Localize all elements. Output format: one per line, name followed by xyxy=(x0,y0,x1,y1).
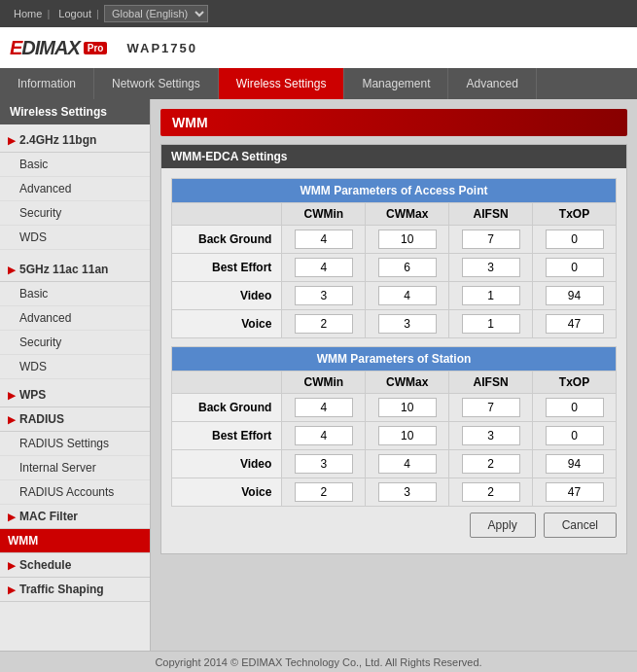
st-vo-aifsn-input[interactable] xyxy=(462,482,520,502)
col-aifsn-st: AIFSN xyxy=(449,371,533,394)
ap-vo-txop xyxy=(533,310,617,338)
ap-bg-aifsn-input[interactable] xyxy=(462,230,520,249)
arrow-icon: ▶ xyxy=(8,560,16,571)
st-vo-txop xyxy=(533,478,617,507)
cancel-button[interactable]: Cancel xyxy=(544,513,617,538)
ap-be-txop-input[interactable] xyxy=(546,258,604,277)
ap-be-cwmax xyxy=(366,254,449,282)
ap-bg-cwmax-input[interactable] xyxy=(378,230,437,249)
section-header: WMM-EDCA Settings xyxy=(161,145,626,168)
ap-vo-cwmin xyxy=(282,310,366,338)
language-select[interactable]: Global (English) xyxy=(104,5,208,22)
ap-vi-txop-input[interactable] xyxy=(546,286,604,305)
st-row-voice: Voice xyxy=(172,478,617,507)
st-be-cwmin-input[interactable] xyxy=(295,426,353,445)
st-bg-aifsn xyxy=(449,394,533,422)
logout-link[interactable]: Logout xyxy=(58,8,91,19)
ap-vi-cwmin-input[interactable] xyxy=(295,286,353,305)
sidebar-title: Wireless Settings xyxy=(0,99,150,124)
sidebar-item-radius-settings[interactable]: RADIUS Settings xyxy=(0,432,150,456)
sidebar-item-wmm[interactable]: WMM xyxy=(0,529,150,553)
sidebar-item-2.4ghz-wds[interactable]: WDS xyxy=(0,226,150,250)
ap-label-video: Video xyxy=(172,282,282,310)
ap-label-background: Back Ground xyxy=(172,226,282,254)
apply-button[interactable]: Apply xyxy=(470,513,536,538)
arrow-icon: ▶ xyxy=(8,390,16,401)
arrow-icon: ▶ xyxy=(8,414,16,425)
footer-text: Copyright 2014 © EDIMAX Technology Co., … xyxy=(155,656,481,668)
ap-be-cwmin-input[interactable] xyxy=(295,258,353,277)
nav-wireless-settings[interactable]: Wireless Settings xyxy=(219,68,345,99)
st-bg-txop xyxy=(533,394,617,422)
ap-vi-cwmin xyxy=(282,282,366,310)
ap-row-background: Back Ground xyxy=(172,226,617,254)
ap-vo-cwmin-input[interactable] xyxy=(295,314,353,334)
ap-be-aifsn-input[interactable] xyxy=(462,258,520,277)
sidebar-item-2.4ghz-advanced[interactable]: Advanced xyxy=(0,177,150,201)
sidebar-item-5ghz-advanced[interactable]: Advanced xyxy=(0,306,150,331)
nav-network-settings[interactable]: Network Settings xyxy=(94,68,219,99)
sidebar-item-5ghz-security[interactable]: Security xyxy=(0,331,150,355)
home-link[interactable]: Home xyxy=(14,8,42,19)
st-be-aifsn-input[interactable] xyxy=(462,426,520,445)
col-cwmin-st: CWMin xyxy=(282,371,366,394)
st-label-background: Back Ground xyxy=(172,394,282,422)
wmm-edca-section: WMM-EDCA Settings WMM Parameters of Acce… xyxy=(160,144,627,554)
ap-vo-aifsn xyxy=(449,310,533,338)
st-bg-txop-input[interactable] xyxy=(546,398,604,417)
st-bg-cwmin xyxy=(282,394,366,422)
st-row-video: Video xyxy=(172,450,617,478)
col-cwmax-st: CWMax xyxy=(366,371,449,394)
ap-be-cwmax-input[interactable] xyxy=(378,258,437,277)
st-vo-cwmin-input[interactable] xyxy=(295,482,353,502)
st-vi-txop-input[interactable] xyxy=(546,454,604,474)
sidebar-item-wps[interactable]: ▶ WPS xyxy=(0,383,150,407)
ap-vo-aifsn-input[interactable] xyxy=(462,314,520,334)
sidebar-item-internal-server[interactable]: Internal Server xyxy=(0,456,150,480)
st-vo-cwmax-input[interactable] xyxy=(378,482,437,502)
logo-area: EDIMAX Pro xyxy=(10,37,107,59)
sidebar-section-5ghz: ▶ 5GHz 11ac 11an Basic Advanced Security… xyxy=(0,254,150,383)
sidebar-item-radius[interactable]: ▶ RADIUS xyxy=(0,407,150,432)
st-row-background: Back Ground xyxy=(172,394,617,422)
st-vi-aifsn-input[interactable] xyxy=(462,454,520,474)
ap-bg-cwmin-input[interactable] xyxy=(295,230,353,249)
sidebar-item-5ghz-basic[interactable]: Basic xyxy=(0,282,150,306)
sidebar-item-radius-accounts[interactable]: RADIUS Accounts xyxy=(0,480,150,505)
ap-vo-cwmax-input[interactable] xyxy=(378,314,437,334)
sidebar-group-2.4ghz[interactable]: ▶ 2.4GHz 11bgn xyxy=(0,128,150,153)
st-bg-cwmax-input[interactable] xyxy=(378,398,437,417)
sidebar-item-5ghz-wds[interactable]: WDS xyxy=(0,355,150,379)
col-empty xyxy=(172,203,282,226)
st-bg-cwmin-input[interactable] xyxy=(295,398,353,417)
ap-vo-txop-input[interactable] xyxy=(546,314,604,334)
sidebar-item-2.4ghz-basic[interactable]: Basic xyxy=(0,153,150,177)
main-layout: Wireless Settings ▶ 2.4GHz 11bgn Basic A… xyxy=(0,99,637,651)
st-be-aifsn xyxy=(449,422,533,450)
st-vi-cwmax-input[interactable] xyxy=(378,454,437,474)
ap-vi-aifsn-input[interactable] xyxy=(462,286,520,305)
st-bg-aifsn-input[interactable] xyxy=(462,398,520,417)
sidebar-item-schedule[interactable]: ▶ Schedule xyxy=(0,553,150,578)
ap-row-besteffort: Best Effort xyxy=(172,254,617,282)
device-name: WAP1750 xyxy=(126,41,197,55)
nav-advanced[interactable]: Advanced xyxy=(448,68,536,99)
st-vi-cwmin-input[interactable] xyxy=(295,454,353,474)
sidebar-group-5ghz[interactable]: ▶ 5GHz 11ac 11an xyxy=(0,258,150,282)
arrow-icon: ▶ xyxy=(8,135,16,146)
ap-vi-cwmax-input[interactable] xyxy=(378,286,437,305)
ap-bg-cwmax xyxy=(366,226,449,254)
ap-be-cwmin xyxy=(282,254,366,282)
st-label-besteffort: Best Effort xyxy=(172,422,282,450)
ap-bg-txop-input[interactable] xyxy=(546,230,604,249)
sidebar-item-traffic-shaping[interactable]: ▶ Traffic Shaping xyxy=(0,578,150,602)
sidebar-item-2.4ghz-security[interactable]: Security xyxy=(0,201,150,226)
nav-management[interactable]: Management xyxy=(344,68,448,99)
st-be-cwmin xyxy=(282,422,366,450)
sidebar-item-mac-filter[interactable]: ▶ MAC Filter xyxy=(0,505,150,529)
st-be-txop-input[interactable] xyxy=(546,426,604,445)
st-be-cwmax-input[interactable] xyxy=(378,426,437,445)
st-vo-txop-input[interactable] xyxy=(546,482,604,502)
ap-bg-aifsn xyxy=(449,226,533,254)
nav-information[interactable]: Information xyxy=(0,68,94,99)
